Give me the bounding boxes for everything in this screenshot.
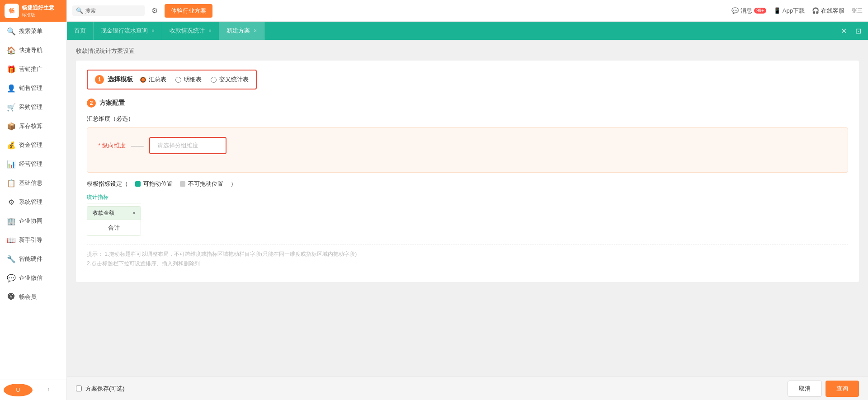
support-btn[interactable]: 🎧 在线客服 [812, 7, 844, 15]
tab-receipt-stats-label: 收款情况统计 [170, 27, 205, 35]
tab-new-plan[interactable]: 新建方案 × [219, 22, 264, 40]
metric-settings: 模板指标设定（ 可拖动位置 不可拖动位置 ） [87, 180, 848, 268]
logo-badge: 标准版 [22, 12, 54, 18]
metric-settings-header: 模板指标设定（ 可拖动位置 不可拖动位置 ） [87, 180, 848, 188]
query-button[interactable]: 查询 [826, 381, 859, 397]
sidebar-item-label-system: 系统管理 [19, 198, 42, 206]
chevron-down-icon: ▾ [133, 211, 135, 216]
sidebar-item-system[interactable]: ⚙系统管理 [0, 193, 66, 212]
tab-expand-btn[interactable]: ⊡ [852, 24, 864, 37]
user-avatar-btn[interactable]: U [4, 384, 33, 396]
metric-header[interactable]: 收款金额 ▾ [87, 207, 141, 220]
cancel-button[interactable]: 取消 [788, 381, 822, 397]
sidebar-item-newbie[interactable]: 📖新手引导 [0, 231, 66, 249]
logo: 畅 畅捷通好生意 标准版 [0, 0, 66, 22]
sidebar-item-inventory[interactable]: 📦库存核算 [0, 117, 66, 136]
section2: 2 方案配置 汇总维度（必选） * 纵向维度 —— 请选择分组维度 [87, 99, 848, 268]
radio-summary-label: 汇总表 [149, 75, 166, 84]
metric-close-paren: ） [231, 180, 236, 188]
settings-icon[interactable]: ⚙ [148, 5, 161, 17]
tab-home[interactable]: 首页 [67, 22, 94, 40]
sidebar-item-label-search-menu: 搜索菜单 [19, 27, 42, 35]
enterprise-icon: 🏢 [7, 217, 15, 225]
sidebar-item-label-wechat: 企业微信 [19, 274, 42, 282]
draggable-icon [135, 181, 141, 187]
footer-buttons: 取消 查询 [788, 381, 859, 397]
search-menu-icon: 🔍 [7, 27, 15, 35]
tab-receipt-stats-close[interactable]: × [208, 28, 212, 34]
sidebar-item-marketing[interactable]: 🎁营销推广 [0, 60, 66, 79]
sidebar-item-member[interactable]: 🅥畅会员 [0, 287, 66, 306]
save-label: 方案保存(可选) [85, 385, 125, 393]
sidebar-item-label-enterprise: 企业协同 [19, 217, 42, 225]
download-icon: 📱 [774, 7, 781, 14]
radio-summary[interactable]: 汇总表 [140, 75, 166, 84]
radio-cross-label: 交叉统计表 [219, 75, 249, 84]
sidebar-bottom: U ↑ [0, 380, 66, 400]
footer-left: 方案保存(可选) [76, 385, 782, 393]
tab-bank-flow-close[interactable]: × [151, 28, 155, 34]
industry-btn[interactable]: 体验行业方案 [165, 4, 212, 18]
dimension-area: * 纵向维度 —— 请选择分组维度 [87, 127, 848, 173]
newbie-icon: 📖 [7, 236, 15, 244]
tab-close-all-btn[interactable]: ✕ [837, 24, 850, 37]
draggable-tag: 可拖动位置 [135, 180, 173, 188]
sidebar-item-wechat[interactable]: 💬企业微信 [0, 268, 66, 287]
purchase-icon: 🛒 [7, 103, 15, 111]
footer: 方案保存(可选) 取消 查询 [67, 376, 868, 400]
topbar: 🔍 ⚙ 体验行业方案 💬 消息 99+ 📱 App下载 🎧 在线客服 张三 [67, 0, 868, 22]
download-btn[interactable]: 📱 App下载 [774, 7, 805, 15]
notification-btn[interactable]: 💬 消息 99+ [731, 7, 766, 15]
dimension-select-placeholder: 请选择分组维度 [157, 142, 198, 149]
content-area: 收款情况统计方案设置 1 选择模板 汇总表 [67, 40, 868, 376]
tab-new-plan-close[interactable]: × [254, 28, 257, 34]
dimension-select-btn[interactable]: 请选择分组维度 [149, 137, 226, 154]
search-input[interactable] [85, 8, 130, 14]
subsection-summary-label: 汇总维度（必选） [87, 115, 848, 123]
download-label: App下载 [783, 7, 805, 15]
sidebar-item-purchase[interactable]: 🛒采购管理 [0, 98, 66, 117]
tabbar-right: ✕ ⊡ [837, 24, 868, 37]
stats-section-label: 统计指标 [87, 193, 141, 203]
wechat-icon: 💬 [7, 274, 15, 282]
marketing-icon: 🎁 [7, 65, 15, 73]
tip-line-1: 提示： 1.拖动标题栏可以调整布局，不可跨维度或指标区域拖动栏目字段(只能在同一… [87, 250, 848, 258]
radio-cross[interactable]: 交叉统计表 [211, 75, 249, 84]
tab-home-label: 首页 [74, 27, 86, 35]
smart-hw-icon: 🔧 [7, 255, 15, 263]
tab-receipt-stats[interactable]: 收款情况统计 × [162, 22, 219, 40]
sidebar-item-label-newbie: 新手引导 [19, 236, 42, 244]
sidebar-item-label-smart-hw: 智能硬件 [19, 255, 42, 263]
radio-summary-input[interactable] [140, 77, 146, 83]
section2-title: 方案配置 [99, 99, 125, 107]
main-content: 🔍 ⚙ 体验行业方案 💬 消息 99+ 📱 App下载 🎧 在线客服 张三 [67, 0, 868, 400]
non-draggable-label: 不可拖动位置 [188, 180, 223, 188]
sidebar-item-operations[interactable]: 📊经营管理 [0, 155, 66, 174]
sidebar-item-label-operations: 经营管理 [19, 160, 42, 168]
sidebar-item-quick-nav[interactable]: 🏠快捷导航 [0, 41, 66, 60]
sidebar-item-sales[interactable]: 👤销售管理 [0, 79, 66, 98]
sidebar-item-label-purchase: 采购管理 [19, 103, 42, 111]
radio-detail[interactable]: 明细表 [175, 75, 202, 84]
radio-cross-input[interactable] [211, 77, 217, 83]
dimension-arrow: —— [131, 142, 144, 149]
metric-header-label: 收款金额 [93, 209, 114, 217]
stats-area: 统计指标 收款金额 ▾ 合计 [87, 193, 848, 237]
sidebar-item-smart-hw[interactable]: 🔧智能硬件 [0, 249, 66, 268]
tab-bank-flow[interactable]: 现金银行流水查询 × [94, 22, 162, 40]
sidebar-item-enterprise[interactable]: 🏢企业协同 [0, 212, 66, 231]
section1-header: 1 选择模板 [95, 75, 133, 84]
sidebar-item-label-sales: 销售管理 [19, 84, 42, 92]
sidebar-item-search-menu[interactable]: 🔍搜索菜单 [0, 22, 66, 41]
sidebar-item-finance[interactable]: 💰资金管理 [0, 136, 66, 155]
sidebar-item-basic-info[interactable]: 📋基础信息 [0, 174, 66, 193]
upgrade-btn[interactable]: ↑ [34, 384, 63, 396]
save-checkbox[interactable] [76, 386, 82, 391]
sidebar-item-label-basic-info: 基础信息 [19, 179, 42, 187]
search-box[interactable]: 🔍 [72, 5, 145, 16]
vertical-dim-label: * 纵向维度 [98, 141, 126, 150]
main-card: 1 选择模板 汇总表 明细表 [76, 61, 859, 282]
radio-detail-input[interactable] [175, 77, 181, 83]
subsection-summary: 汇总维度（必选） * 纵向维度 —— 请选择分组维度 [87, 115, 848, 268]
quick-nav-icon: 🏠 [7, 46, 15, 54]
